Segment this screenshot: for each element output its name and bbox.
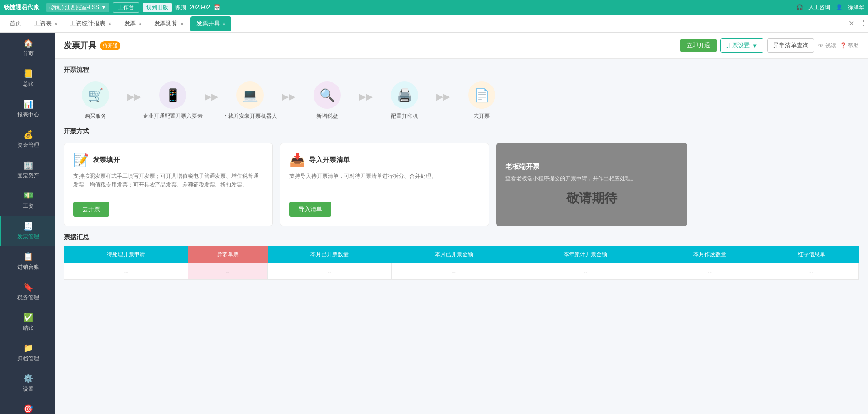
user-label[interactable]: 徐泽华	[848, 4, 864, 11]
method-cards: 📝 发票填开 支持按照发票样式手工填写开发票；可开具增值税电子普通发票、增值税普…	[64, 143, 859, 226]
go-issue-button[interactable]: 去开票	[73, 202, 109, 217]
step-3-icon: 🔍	[314, 81, 341, 109]
step-1-icon: 📱	[159, 81, 186, 109]
sidebar-item-salary[interactable]: 💵 工资	[0, 185, 55, 216]
sidebar-label-ledger: 总账	[23, 81, 34, 88]
step-0-label: 购买服务	[85, 112, 106, 120]
method-title: 开票方式	[64, 127, 859, 136]
col-void-count: 本月作废数量	[655, 246, 764, 263]
company-selector[interactable]: (勿动) 江西服室-LSS ▼	[46, 3, 109, 12]
help-label[interactable]: ❓ 帮助	[840, 42, 859, 50]
method-card-import: 📥 导入开票清单 支持导入待开票清单，可对待开票清单进行拆分、合并处理。 导入清…	[280, 143, 489, 226]
step-2-label: 下载并安装开票机器人	[223, 112, 277, 120]
tab-bar: 首页 工资表 × 工资统计报表 × 发票 × 发票测算 × 发票开具 × ✕ ⛶	[0, 15, 868, 33]
sidebar-item-home[interactable]: 🏠 首页	[0, 33, 55, 63]
sidebar-item-guide[interactable]: 🎯 新手引导	[0, 399, 55, 414]
tab-invoice-issue[interactable]: 发票开具 ×	[190, 16, 231, 31]
sidebar-item-reports[interactable]: 📊 报表中心	[0, 94, 55, 124]
service-label[interactable]: 人工咨询	[808, 4, 830, 11]
step-4-icon: 🖨️	[391, 81, 418, 109]
top-bar-left: 畅捷通易代账 (勿动) 江西服室-LSS ▼ 工作台 切到旧版 账期 2023-…	[4, 2, 220, 13]
period-label: 账期	[175, 4, 186, 11]
flow-step-0[interactable]: 🛒 购买服务	[64, 81, 127, 120]
arrow-3: ▶▶	[359, 91, 373, 102]
flow-step-4[interactable]: 🖨️ 配置打印机	[373, 81, 436, 120]
sidebar-label-settings: 设置	[23, 385, 34, 393]
period-value: 2023-02	[190, 4, 210, 10]
old-terminal-card: 老板端开票 查看老板端小程序提交的开票申请，并作出相应处理。 敬请期待	[496, 143, 687, 226]
tab-invoice-calc[interactable]: 发票测算 ×	[148, 16, 189, 31]
top-bar: 畅捷通易代账 (勿动) 江西服室-LSS ▼ 工作台 切到旧版 账期 2023-…	[0, 0, 868, 15]
page-title: 发票开具	[64, 40, 96, 51]
sidebar-item-funds[interactable]: 💰 资金管理	[0, 124, 55, 155]
card-fill-title: 发票填开	[93, 156, 120, 164]
arrow-1: ▶▶	[205, 91, 218, 102]
tab-salary[interactable]: 工资表 ×	[28, 16, 63, 31]
card-import-title: 导入开票清单	[309, 156, 350, 164]
salary-icon: 💵	[23, 191, 33, 201]
col-month-amount: 本月已开票金额	[392, 246, 516, 263]
status-badge: 待开通	[100, 41, 120, 50]
settings-button[interactable]: 开票设置 ▼	[720, 38, 763, 53]
sidebar-label-assets: 固定资产	[17, 172, 39, 180]
tab-invoice[interactable]: 发票 ×	[118, 16, 147, 31]
coming-soon-label: 敬请期待	[566, 190, 617, 207]
sidebar-item-invoice-mgmt[interactable]: 🧾 发票管理	[0, 216, 55, 246]
step-2-icon: 💻	[236, 81, 264, 109]
tab-invoice-close[interactable]: ×	[139, 21, 141, 26]
sidebar-item-purchase-sales[interactable]: 📋 进销台账	[0, 246, 55, 277]
sidebar-item-archive[interactable]: 📁 归档管理	[0, 338, 55, 368]
view-label[interactable]: 👁 视读	[818, 42, 836, 50]
sidebar-item-ledger[interactable]: 📒 总账	[0, 63, 55, 94]
switch-version-button[interactable]: 切到旧版	[143, 3, 172, 12]
sidebar-item-assets[interactable]: 🏢 固定资产	[0, 155, 55, 185]
flow-title: 开票流程	[64, 66, 859, 74]
immediate-open-button[interactable]: 立即开通	[680, 39, 717, 52]
step-1-label: 企业开通配置开票六要素	[143, 112, 203, 120]
calendar-icon[interactable]: 📅	[214, 4, 220, 10]
flow-step-5[interactable]: 📄 去开票	[450, 81, 514, 120]
guide-icon: 🎯	[23, 404, 33, 414]
sidebar-item-closing[interactable]: ✅ 结账	[0, 307, 55, 338]
tab-close-icon[interactable]: ✕	[848, 19, 854, 28]
col-month-count: 本月已开票数量	[268, 246, 392, 263]
workspace-button[interactable]: 工作台	[113, 2, 139, 13]
sidebar-label-salary: 工资	[23, 202, 34, 210]
tab-home[interactable]: 首页	[4, 16, 27, 31]
flow-step-1[interactable]: 📱 企业开通配置开票六要素	[141, 81, 205, 120]
top-bar-right: 🎧 人工咨询 👤 徐泽华	[796, 4, 864, 11]
tab-salary-close[interactable]: ×	[55, 21, 57, 26]
tab-invoice-calc-close[interactable]: ×	[180, 21, 183, 26]
tab-salary-report[interactable]: 工资统计报表 ×	[64, 16, 117, 31]
flow-step-2[interactable]: 💻 下载并安装开票机器人	[218, 81, 282, 120]
sidebar-label-archive: 归档管理	[17, 355, 39, 363]
tab-salary-label: 工资表	[34, 20, 52, 28]
card-fill-icon: 📝	[73, 152, 89, 167]
method-section: 开票方式 📝 发票填开 支持按照发票样式手工填写开发票；可开具增值税电子普通发票…	[55, 127, 868, 233]
flow-step-3[interactable]: 🔍 新增税盘	[295, 81, 359, 120]
import-list-button[interactable]: 导入清单	[289, 202, 331, 217]
step-4-label: 配置打印机	[391, 112, 418, 120]
page-title-row: 发票开具 待开通	[64, 40, 120, 51]
sidebar-label-purchase-sales: 进销台账	[17, 263, 39, 271]
query-button[interactable]: 异常清单查询	[767, 38, 814, 53]
closing-icon: ✅	[23, 313, 33, 323]
sidebar-item-settings[interactable]: ⚙️ 设置	[0, 368, 55, 399]
card-fill-desc: 支持按照发票样式手工填写开发票；可开具增值税电子普通发票、增值税普通发票、增值税…	[73, 172, 263, 195]
val-month-count: --	[268, 263, 392, 280]
sidebar-label-invoice: 发票管理	[17, 233, 39, 241]
settings-icon: ⚙️	[23, 374, 33, 384]
card-fill-title-row: 📝 发票填开	[73, 152, 263, 167]
sidebar-item-tax[interactable]: 🔖 税务管理	[0, 277, 55, 307]
tab-invoice-issue-close[interactable]: ×	[223, 21, 225, 26]
tab-expand-icon[interactable]: ⛶	[857, 20, 864, 28]
arrow-4: ▶▶	[436, 91, 450, 102]
company-label: (勿动) 江西服室-LSS	[49, 4, 99, 11]
sidebar-label-closing: 结账	[23, 324, 34, 332]
main-layout: 🏠 首页 📒 总账 📊 报表中心 💰 资金管理 🏢 固定资产 💵 工资 🧾 发票…	[0, 33, 868, 414]
tab-salary-report-close[interactable]: ×	[108, 21, 111, 26]
val-abnormal: --	[188, 263, 268, 280]
purchase-sales-icon: 📋	[23, 252, 33, 262]
flow-section: 开票流程 🛒 购买服务 ▶▶ 📱 企业开通配置开票六要素 ▶▶	[55, 59, 868, 127]
flow-steps: 🛒 购买服务 ▶▶ 📱 企业开通配置开票六要素 ▶▶ 💻 下载并安装	[64, 81, 859, 120]
